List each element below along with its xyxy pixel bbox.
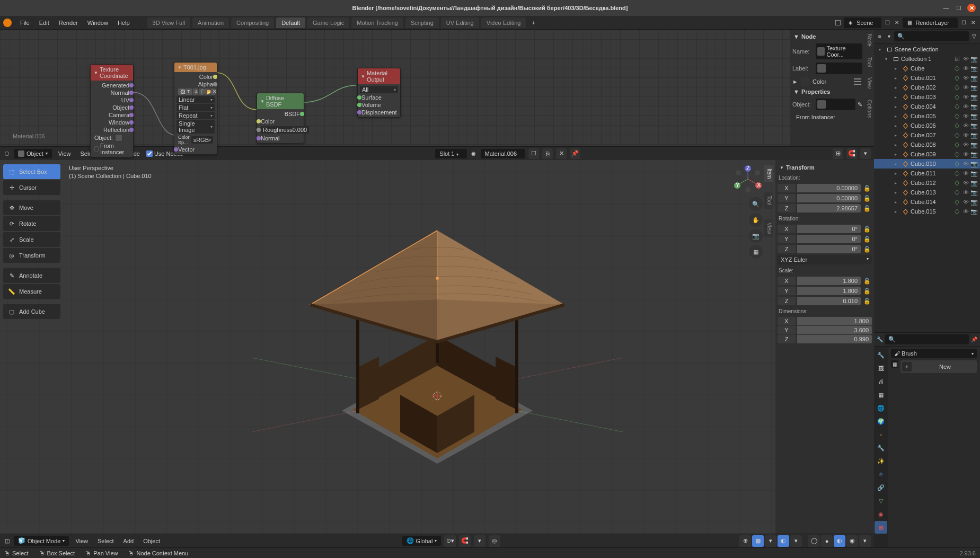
material-name-field[interactable]: Material.006	[481, 149, 526, 158]
outliner-item[interactable]: ▸Cube.010👁📷	[874, 159, 980, 169]
tab-constraints[interactable]: 🔗	[875, 481, 887, 494]
socket-vector[interactable]: Vector	[176, 146, 215, 153]
camera-icon[interactable]: 📷	[970, 132, 978, 139]
tab-render[interactable]: 🖼	[875, 362, 887, 375]
mode-dropdown[interactable]: 🧊Object Mode▾	[14, 536, 69, 546]
material-icon[interactable]: ◉	[470, 150, 478, 157]
tool-cursor[interactable]: ✛Cursor	[3, 180, 60, 195]
panel-header-properties[interactable]: ▼Properties	[792, 87, 862, 96]
tool-annotate[interactable]: ✎Annotate	[3, 268, 60, 283]
camera-icon[interactable]: 📷	[970, 75, 978, 82]
workspace-tab[interactable]: Motion Tracking	[351, 17, 403, 28]
search-input[interactable]: 🔍	[894, 31, 969, 41]
shading-solid[interactable]: ●	[821, 535, 833, 547]
sidebar-tab-view[interactable]: View	[867, 77, 872, 89]
proportional-edit-button[interactable]: ◎	[489, 535, 500, 547]
dim-z[interactable]: 0.990	[797, 335, 872, 343]
socket-color[interactable]: Color	[259, 118, 302, 125]
socket-normal[interactable]: Normal	[259, 135, 302, 142]
from-instancer-checkbox[interactable]: From Instancer	[93, 142, 131, 156]
editor-type-icon[interactable]: ≡	[876, 33, 884, 40]
delete-layer-button[interactable]: ✕	[969, 19, 977, 26]
camera-view-button[interactable]: 📷	[749, 229, 763, 243]
lock-icon[interactable]: 🔓	[862, 296, 872, 306]
camera-icon[interactable]: 📷	[970, 151, 978, 158]
sidebar-tab-tool[interactable]: Tool	[867, 57, 872, 67]
tool-measure[interactable]: 📏Measure	[3, 284, 60, 299]
exclude-checkbox[interactable]: ☑	[953, 56, 961, 63]
camera-icon[interactable]: 📷	[970, 103, 978, 110]
tab-modifiers[interactable]: 🔧	[875, 441, 887, 454]
panel-header-node[interactable]: ▼Node	[792, 32, 862, 41]
close-button[interactable]: ✕	[967, 4, 976, 12]
properties-search[interactable]: 🔍	[885, 334, 969, 344]
eye-icon[interactable]: 👁	[962, 94, 969, 101]
camera-icon[interactable]: 📷	[970, 65, 978, 72]
outliner-item[interactable]: ▸Cube.003👁📷	[874, 92, 980, 102]
camera-icon[interactable]: 📷	[970, 161, 978, 167]
socket-reflection[interactable]: Reflection	[93, 126, 131, 134]
new-material-button[interactable]: ☐	[528, 148, 539, 159]
brush-field[interactable]: 🖌 Brush▾	[891, 349, 977, 358]
node-header[interactable]: ▼Texture Coordinate	[91, 65, 133, 81]
socket-bsdf[interactable]: BSDF	[259, 110, 302, 118]
tab-scene[interactable]: 🌐	[875, 402, 887, 414]
object-field[interactable]	[816, 99, 855, 110]
tab-tool[interactable]: 🔧	[875, 349, 887, 361]
transform-header[interactable]: ▼Transform	[778, 162, 872, 173]
blender-logo-icon[interactable]	[3, 19, 12, 27]
camera-icon[interactable]: 📷	[970, 189, 978, 196]
shading-options[interactable]: ▾	[859, 535, 871, 547]
unlink-material-button[interactable]: ✕	[556, 148, 567, 159]
eye-icon[interactable]: 👁	[962, 84, 969, 91]
tab-object[interactable]: ▫	[875, 428, 887, 441]
node-material-output[interactable]: ▼Material Output All▾ Surface Volume Dis…	[357, 68, 401, 118]
outliner-item[interactable]: ▸Cube.011👁📷	[874, 169, 980, 178]
eye-icon[interactable]: 👁	[962, 208, 969, 215]
camera-icon[interactable]: 📷	[970, 180, 978, 187]
gizmo-toggle-button[interactable]: ⊕	[739, 535, 751, 547]
tab-physics[interactable]: ⚛	[875, 468, 887, 481]
sidebar-tab-tool[interactable]: Tool	[764, 192, 773, 208]
tool-select-box[interactable]: ⬚Select Box	[3, 164, 60, 179]
pin-button[interactable]: 📌	[970, 336, 978, 343]
node-image-texture[interactable]: ▼T001.jpg Color Alpha 🖼 T... 4 ☐ 📂 ✕ Lin…	[174, 62, 217, 155]
outliner-tree[interactable]: ▾Scene Collection▾Collection 1☑👁📷▸Cube👁📷…	[874, 43, 980, 332]
socket-window[interactable]: Window	[93, 119, 131, 126]
eye-icon[interactable]: 👁	[962, 103, 969, 110]
eye-icon[interactable]: 👁	[962, 122, 969, 129]
camera-icon[interactable]: 📷	[970, 56, 978, 63]
sidebar-tab-item[interactable]: Item	[764, 165, 773, 182]
socket-alpha[interactable]: Alpha	[176, 81, 215, 88]
eye-icon[interactable]: 👁	[962, 132, 969, 139]
socket-normal[interactable]: Normal	[93, 89, 131, 96]
outliner-item[interactable]: ▸Cube.013👁📷	[874, 188, 980, 197]
outliner-item[interactable]: ▸Cube.007👁📷	[874, 130, 980, 140]
outliner-scene-collection[interactable]: ▾Scene Collection	[874, 45, 980, 54]
pan-button[interactable]: ✋	[749, 213, 763, 227]
snap-button[interactable]: 🧲	[459, 535, 471, 547]
colorspace-row[interactable]: Color Sp...sRGB▾	[176, 134, 215, 146]
menu-window[interactable]: Window	[83, 17, 112, 28]
menu-object[interactable]: Object	[140, 536, 163, 546]
socket-displacement[interactable]: Displacement	[360, 109, 398, 116]
shading-preview[interactable]: ◐	[834, 535, 845, 547]
lock-icon[interactable]: 🔓	[862, 234, 872, 244]
outliner-item[interactable]: ▸Cube.006👁📷	[874, 121, 980, 130]
node-header[interactable]: ▼Diffuse BSDF	[257, 93, 304, 109]
tool-add-cube[interactable]: ▢Add Cube	[3, 304, 60, 319]
camera-icon[interactable]: 📷	[970, 199, 978, 206]
menu-view[interactable]: View	[55, 149, 74, 158]
delete-scene-button[interactable]: ✕	[893, 19, 900, 26]
location-x[interactable]: 0.00000	[797, 184, 861, 192]
color-panel-header[interactable]: ▶Color	[792, 76, 862, 87]
eye-icon[interactable]: 👁	[962, 161, 969, 167]
outliner-collection[interactable]: ▾Collection 1☑👁📷	[874, 54, 980, 64]
rotation-mode-dropdown[interactable]: XYZ Euler▾	[778, 255, 872, 264]
tab-viewlayer[interactable]: ▦	[875, 388, 887, 401]
extension-dropdown[interactable]: Repeat▾	[176, 112, 215, 119]
workspace-tab[interactable]: Compositing	[231, 17, 274, 28]
object-field[interactable]: Object:	[93, 134, 131, 142]
tab-material[interactable]: ◉	[875, 508, 887, 520]
new-scene-button[interactable]: ☐	[884, 19, 891, 26]
